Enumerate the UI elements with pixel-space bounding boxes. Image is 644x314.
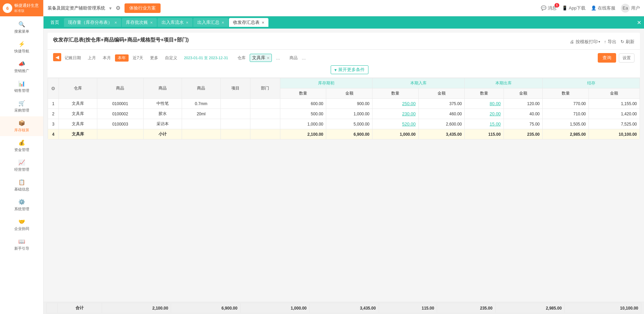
print-btn[interactable]: 🖨 按模板打印 ▾ [570,39,600,45]
row-in-qty-link[interactable]: 250.00 [402,101,416,106]
sidebar-logo: 6 畅捷通好生意 标准版 [0,0,43,16]
app-download-label: App下载 [569,5,585,11]
sidebar-item-enterprise[interactable]: 🤝 企业协同 [0,215,43,235]
filter-inner-row: 记账日期 上月 本月 本年 近7天 更多 自定义 2023-01-01 至 20… [65,53,634,63]
refresh-btn[interactable]: ↻ 刷新 [621,39,634,45]
tab-inventory-dist[interactable]: 现存量（库存分布表） ✕ [64,18,121,27]
sidebar-item-label: 资金管理 [14,147,29,152]
sales-icon: 📊 [18,80,25,87]
sidebar-item-label: 营销推广 [14,68,29,73]
top-header: 装备及固定资产辅助管理系统 ▾ ⚙ 体验行业方案 💬 消息 6 📱 App下载 … [44,0,644,16]
sidebar-item-purchase[interactable]: 🛒 采购管理 [0,97,43,116]
row-in-qty[interactable]: 250.00 [373,99,419,109]
date-custom-btn[interactable]: 自定义 [162,54,180,62]
row-out-amt: 120.00 [503,99,542,109]
row-warehouse: 文具库 [59,129,97,139]
row-in-amt: 3,435.00 [418,129,465,139]
query-button[interactable]: 查询 [598,53,616,63]
tab-bar-close-icon[interactable]: ✕ [637,19,641,26]
sidebar-item-inventory[interactable]: 📦 库存核算 [0,116,43,136]
filter-section: ◀ 记账日期 上月 本月 本年 近7天 更多 自定义 [48,50,640,78]
row-out-qty[interactable]: 80.00 [465,99,503,109]
row-opening-qty: 500.00 [280,109,326,119]
expand-label: 展开更多条件 [338,67,365,73]
sidebar-item-label: 销售管理 [14,88,29,93]
opening-qty-header: 数量 [280,88,326,99]
sidebar-item-sales[interactable]: 📊 销售管理 [0,77,43,97]
sidebar-item-guide[interactable]: 📖 新手引导 [0,235,43,254]
row-project [220,109,250,119]
sidebar-item-system[interactable]: ⚙️ 系统管理 [0,195,43,215]
row-project [220,99,250,109]
date-7days-btn[interactable]: 近7天 [130,54,146,62]
row-out-qty-link[interactable]: 20.00 [490,111,501,116]
sidebar-item-basicinfo[interactable]: 📋 基础信息 [0,176,43,195]
online-service-label: 在线客服 [598,5,615,11]
message-item[interactable]: 💬 消息 6 [541,5,557,11]
goods-filter-label: 商品 [290,55,298,61]
online-service-item[interactable]: 👤 在线客服 [591,5,615,11]
sidebar-item-quicknav[interactable]: ⚡ 快捷导航 [0,37,43,57]
tab-close-icon[interactable]: ✕ [262,21,264,24]
total-row: 合计 2,100.00 6,900.00 1,000.00 3,435.00 1… [47,303,641,313]
goods-code-col-header: 商品 [97,78,143,99]
filter-collapse-btn[interactable]: ◀ [53,53,61,61]
warehouse-ellipsis[interactable]: ... [276,55,280,61]
warehouse-col-header: 仓库 [59,78,97,99]
tab-home[interactable]: 首页 [46,18,63,27]
content-area: 收发存汇总表(按仓库+商品编码+商品+规格型号+项目+部门) 🖨 按模板打印 ▾… [44,29,644,302]
row-out-qty[interactable]: 15.00 [465,119,503,129]
tab-label: 出入库汇总 [197,19,219,26]
page-top-actions: 🖨 按模板打印 ▾ ↑ 导出 ↻ 刷新 [570,39,635,45]
row-warehouse: 文具库 [59,119,97,129]
table-row: 3文具库0100003采访本1,000.005,000.00520.002,60… [48,119,640,129]
total-balance-qty: 2,985.00 [495,303,564,313]
sidebar-item-marketing[interactable]: 📣 营销推广 [0,57,43,77]
sidebar-item-label: 采购管理 [14,108,29,113]
date-last-month-btn[interactable]: 上月 [85,54,99,62]
row-in-qty[interactable]: 230.00 [373,109,419,119]
row-out-amt: 75.00 [503,119,542,129]
expand-row: ▾ 展开更多条件 [65,65,634,74]
table-gear-icon[interactable]: ⚙ [51,86,55,91]
row-project [220,129,250,139]
query-actions: 查询 设置 [598,53,634,63]
total-out-qty: 115.00 [379,303,437,313]
row-out-qty[interactable]: 20.00 [465,109,503,119]
inventory-icon: 📦 [18,120,25,126]
app-download-item[interactable]: 📱 App下载 [562,5,585,11]
tab-inout-summary[interactable]: 出入库汇总 ✕ [193,18,228,27]
setting-button[interactable]: 设置 [619,53,634,63]
tab-inout-flow[interactable]: 出入库流水 ✕ [158,18,193,27]
goods-ellipsis[interactable]: ... [302,55,306,61]
phone-icon: 📱 [562,5,567,11]
export-btn[interactable]: ↑ 导出 [604,39,617,45]
sidebar-item-label: 基础信息 [14,187,29,192]
user-item[interactable]: Ea 用户 [621,4,640,13]
row-out-qty-link[interactable]: 15.00 [490,121,501,127]
sidebar-item-search[interactable]: 🔍 搜索菜单 [0,18,43,37]
finance-icon: 💰 [18,139,25,146]
row-opening-amt: 900.00 [326,99,373,109]
date-this-month-btn[interactable]: 本月 [100,54,114,62]
expand-icon: ▾ [334,67,337,72]
tab-close-icon[interactable]: ✕ [186,21,188,24]
row-in-qty[interactable]: 520.00 [373,119,419,129]
warehouse-tag-close-icon[interactable]: ✕ [267,56,269,60]
date-this-year-btn[interactable]: 本年 [115,54,129,62]
tab-stock-summary[interactable]: 收发存汇总表 ✕ [229,18,268,27]
sidebar-item-finance[interactable]: 💰 资金管理 [0,136,43,156]
row-in-qty-link[interactable]: 520.00 [402,121,416,127]
date-more-btn[interactable]: 更多 [147,54,161,62]
tab-close-icon[interactable]: ✕ [150,21,153,24]
row-warehouse: 文具库 [59,99,97,109]
row-out-qty-link[interactable]: 80.00 [490,101,501,106]
tab-batch[interactable]: 库存批次账 ✕ [122,18,157,27]
expand-conditions-btn[interactable]: ▾ 展开更多条件 [331,65,368,74]
experience-btn[interactable]: 体验行业方案 [125,3,161,13]
row-in-qty-link[interactable]: 230.00 [402,111,416,116]
sidebar-item-operation[interactable]: 📈 经营管理 [0,156,43,176]
tab-close-icon[interactable]: ✕ [221,21,224,24]
gear-icon[interactable]: ⚙ [116,5,120,11]
tab-close-icon[interactable]: ✕ [114,21,117,24]
